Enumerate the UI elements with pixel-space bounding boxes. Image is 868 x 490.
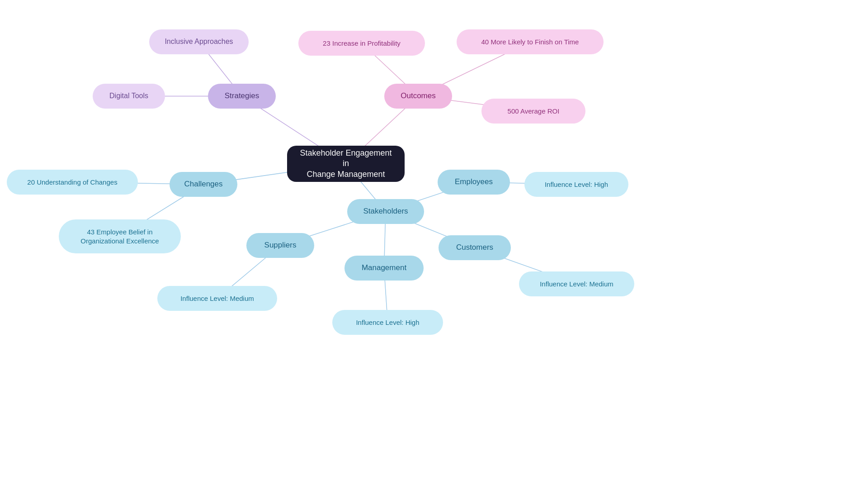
emp-inf-label: Influence Level: High: [545, 180, 608, 189]
finish-label: 40 More Likely to Finish on Time: [481, 38, 579, 47]
inclusive-approaches-node[interactable]: Inclusive Approaches: [149, 29, 249, 54]
employees-node[interactable]: Employees: [438, 170, 510, 195]
center-node: Stakeholder Engagement in Change Managem…: [287, 146, 405, 182]
avg-roi-node[interactable]: 500 Average ROI: [481, 99, 585, 124]
outcomes-label: Outcomes: [401, 91, 435, 101]
customers-label: Customers: [456, 243, 493, 252]
strategies-label: Strategies: [225, 91, 259, 101]
cust-influence-node[interactable]: Influence Level: Medium: [519, 271, 634, 296]
emp-influence-node[interactable]: Influence Level: High: [524, 172, 628, 197]
outcomes-node[interactable]: Outcomes: [384, 84, 452, 109]
suppliers-label: Suppliers: [264, 240, 297, 250]
mgmt-inf-label: Influence Level: High: [356, 318, 419, 327]
employee-belief-node[interactable]: 43 Employee Belief in Organizational Exc…: [59, 219, 181, 253]
digital-tools-node[interactable]: Digital Tools: [93, 84, 165, 109]
management-label: Management: [362, 263, 406, 273]
finish-time-node[interactable]: 40 More Likely to Finish on Time: [457, 29, 604, 54]
suppliers-node[interactable]: Suppliers: [246, 233, 314, 258]
employees-label: Employees: [455, 177, 493, 187]
digital-label: Digital Tools: [109, 91, 148, 101]
understanding-label: 20 Understanding of Changes: [27, 178, 117, 187]
customers-node[interactable]: Customers: [439, 235, 511, 260]
profitability-label: 23 Increase in Profitability: [323, 39, 401, 48]
management-node[interactable]: Management: [344, 256, 424, 281]
supp-inf-label: Influence Level: Medium: [180, 294, 254, 303]
challenges-label: Challenges: [184, 179, 222, 189]
cust-inf-label: Influence Level: Medium: [540, 280, 613, 289]
inclusive-label: Inclusive Approaches: [165, 37, 233, 47]
center-label: Stakeholder Engagement in Change Managem…: [296, 148, 396, 180]
strategies-node[interactable]: Strategies: [208, 84, 276, 109]
roi-label: 500 Average ROI: [508, 107, 560, 116]
understanding-node[interactable]: 20 Understanding of Changes: [7, 170, 138, 195]
profitability-node[interactable]: 23 Increase in Profitability: [298, 31, 425, 56]
stakeholders-label: Stakeholders: [363, 206, 408, 216]
challenges-node[interactable]: Challenges: [170, 172, 237, 197]
supp-influence-node[interactable]: Influence Level: Medium: [157, 286, 277, 311]
belief-label: 43 Employee Belief in Organizational Exc…: [80, 228, 159, 245]
mgmt-influence-node[interactable]: Influence Level: High: [332, 310, 443, 335]
stakeholders-node[interactable]: Stakeholders: [347, 199, 424, 224]
